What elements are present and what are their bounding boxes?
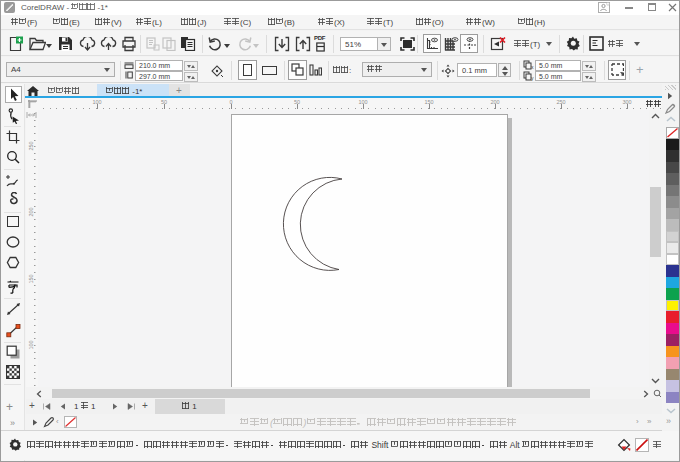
svg-text:y: y xyxy=(531,75,534,81)
svg-text:x: x xyxy=(531,64,534,70)
